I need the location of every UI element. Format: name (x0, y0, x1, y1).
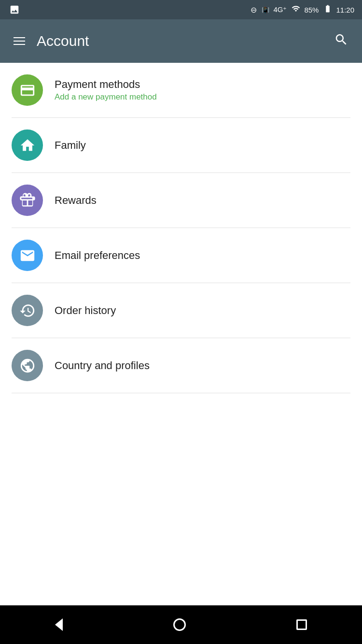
country-icon-circle (12, 350, 43, 381)
search-button[interactable] (330, 29, 352, 54)
menu-item-family[interactable]: Family (0, 118, 362, 172)
network-type: 4G⁺ (273, 5, 287, 14)
clock: 11:20 (336, 6, 354, 14)
do-not-disturb-icon: ⊖ (251, 5, 257, 14)
home-icon (173, 618, 186, 631)
page-title: Account (37, 33, 330, 49)
history-title: Order history (55, 304, 116, 317)
payment-icon (19, 82, 36, 99)
menu-item-payment-methods[interactable]: Payment methods Add a new payment method (0, 63, 362, 117)
payment-icon-circle (12, 74, 43, 106)
status-bar-left (8, 3, 246, 16)
nav-bar (0, 605, 362, 644)
rewards-text-block: Rewards (55, 194, 97, 207)
recent-icon (296, 619, 307, 630)
toolbar: Account (0, 19, 362, 63)
signal-icon (292, 4, 300, 15)
family-text-block: Family (55, 139, 86, 152)
family-title: Family (55, 139, 86, 152)
globe-icon (19, 358, 36, 374)
family-icon (19, 137, 36, 154)
history-icon (19, 302, 36, 319)
menu-item-email-preferences[interactable]: Email preferences (0, 228, 362, 283)
email-title: Email preferences (55, 249, 140, 262)
rewards-icon (19, 192, 36, 209)
back-button[interactable] (45, 613, 72, 637)
back-icon (55, 618, 63, 631)
email-icon-circle (12, 240, 43, 271)
menu-item-country-profiles[interactable]: Country and profiles (0, 338, 362, 393)
email-text-block: Email preferences (55, 249, 140, 262)
vibrate-icon: 📳 (262, 6, 269, 14)
battery-percentage: 85% (304, 6, 319, 14)
menu-item-order-history[interactable]: Order history (0, 283, 362, 338)
history-text-block: Order history (55, 304, 116, 317)
menu-item-rewards[interactable]: Rewards (0, 173, 362, 228)
country-title: Country and profiles (55, 359, 150, 372)
history-icon-circle (12, 295, 43, 326)
recent-button[interactable] (287, 614, 317, 636)
content: Payment methods Add a new payment method… (0, 63, 362, 605)
menu-button[interactable] (10, 33, 29, 49)
family-icon-circle (12, 129, 43, 161)
photo-icon (8, 3, 21, 16)
rewards-title: Rewards (55, 194, 97, 207)
country-text-block: Country and profiles (55, 359, 150, 372)
divider-6 (12, 393, 350, 393)
status-bar: ⊖ 📳 4G⁺ 85% 11:20 (0, 0, 362, 19)
battery-icon (323, 4, 332, 15)
email-icon (19, 247, 36, 264)
payment-subtitle: Add a new payment method (55, 92, 157, 102)
home-button[interactable] (164, 613, 195, 637)
payment-text-block: Payment methods Add a new payment method (55, 78, 157, 102)
rewards-icon-circle (12, 185, 43, 216)
payment-title: Payment methods (55, 78, 157, 91)
